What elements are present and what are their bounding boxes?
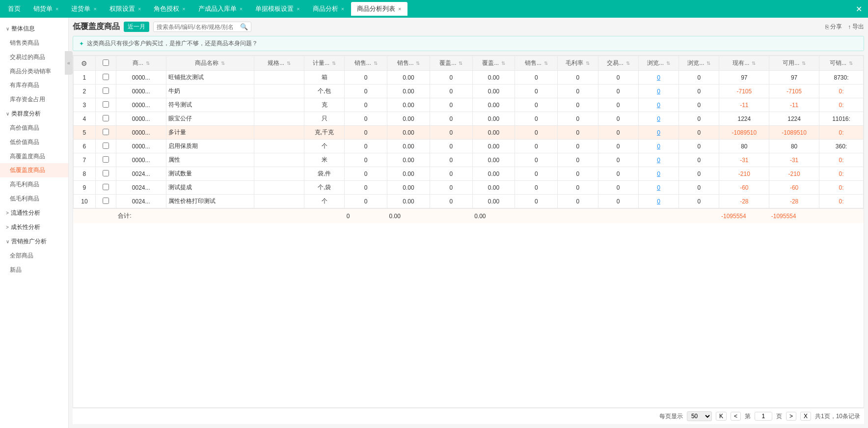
sort-icon-code[interactable]: ⇅ (144, 60, 150, 66)
data-table-container[interactable]: ⚙商... ⇅商品名称 ⇅规格... ⇅计量... ⇅销售... ⇅销售... … (73, 55, 864, 408)
col-header-browse1[interactable]: 浏览... ⇅ (638, 56, 678, 71)
col-header-cover1[interactable]: 覆盖... ⇅ (430, 56, 472, 71)
nav-tab-单据模板设置[interactable]: 单据模板设置 × (249, 2, 305, 16)
tab-close-icon[interactable]: × (341, 6, 344, 12)
tab-close-icon[interactable]: × (55, 6, 58, 12)
sidebar-section-整体信息[interactable]: ∨整体信息 (0, 22, 68, 36)
col-header-sales_qty[interactable]: 销售... ⇅ (345, 56, 387, 71)
sort-icon-avail[interactable]: ⇅ (800, 60, 806, 66)
sort-icon-sales_qty[interactable]: ⇅ (372, 60, 378, 66)
search-icon[interactable]: 🔍 (240, 23, 248, 30)
sort-icon-sales_amt[interactable]: ⇅ (415, 60, 420, 66)
col-header-spec[interactable]: 规格... ⇅ (254, 56, 304, 71)
sidebar-section-成长性分析[interactable]: >成长性分析 (0, 220, 68, 234)
tab-close-icon[interactable]: × (93, 6, 96, 12)
sort-icon-saleable[interactable]: ⇅ (847, 60, 853, 66)
page-size-select[interactable]: 50 20 100 (687, 411, 712, 421)
row-checkbox[interactable] (103, 129, 109, 135)
tab-close-icon[interactable]: × (240, 6, 243, 12)
cell-check[interactable] (95, 71, 116, 85)
row-checkbox[interactable] (103, 184, 109, 190)
tab-close-icon[interactable]: × (182, 6, 185, 12)
sort-icon-current[interactable]: ⇅ (750, 60, 756, 66)
col-header-settings[interactable]: ⚙ (74, 56, 96, 71)
sidebar-section-流通性分析[interactable]: >流通性分析 (0, 206, 68, 220)
col-header-saleable[interactable]: 可销... ⇅ (819, 56, 864, 71)
nav-tab-销货单[interactable]: 销货单 × (27, 2, 64, 16)
sort-icon-name[interactable]: ⇅ (219, 60, 225, 66)
sort-icon-cover2[interactable]: ⇅ (500, 60, 505, 66)
tab-close-icon[interactable]: × (297, 6, 299, 12)
col-header-browse2[interactable]: 浏览... ⇅ (679, 56, 719, 71)
nav-tab-进货单[interactable]: 进货单 × (65, 2, 102, 16)
share-button[interactable]: ⎘ 分享 (825, 23, 842, 31)
first-page-button[interactable]: K (716, 412, 727, 421)
cell-check[interactable] (95, 126, 116, 140)
sidebar-item-低毛利商品[interactable]: 低毛利商品 (0, 192, 68, 206)
sort-icon-unit[interactable]: ⇅ (330, 60, 336, 66)
nav-tab-首页[interactable]: 首页 (2, 2, 27, 16)
row-checkbox[interactable] (103, 74, 109, 80)
page-number-input[interactable] (755, 412, 772, 421)
cell-check[interactable] (95, 98, 116, 112)
sidebar-item-低价值商品[interactable]: 低价值商品 (0, 135, 68, 149)
sort-icon-gross[interactable]: ⇅ (584, 60, 590, 66)
cell-check[interactable] (95, 181, 116, 195)
sidebar-item-低覆盖度商品[interactable]: 低覆盖度商品 (0, 163, 68, 177)
sidebar-item-商品分类动销率[interactable]: 商品分类动销率 (0, 64, 68, 79)
nav-tab-权限设置[interactable]: 权限设置 × (104, 2, 147, 16)
row-checkbox[interactable] (103, 143, 109, 149)
col-header-check[interactable] (95, 56, 116, 71)
sort-icon-browse1[interactable]: ⇅ (665, 60, 670, 66)
sidebar-item-销售类商品[interactable]: 销售类商品 (0, 36, 68, 50)
select-all-checkbox[interactable] (103, 59, 109, 66)
col-header-cover2[interactable]: 覆盖... ⇅ (472, 56, 515, 71)
col-header-code[interactable]: 商... ⇅ (116, 56, 166, 71)
cell-check[interactable] (95, 167, 116, 181)
sort-icon-cover1[interactable]: ⇅ (457, 60, 462, 66)
cell-check[interactable] (95, 112, 116, 126)
sort-icon-sales3[interactable]: ⇅ (542, 60, 548, 66)
sort-icon-trans[interactable]: ⇅ (624, 60, 630, 66)
row-checkbox[interactable] (103, 101, 109, 108)
search-input[interactable] (157, 24, 240, 30)
row-checkbox[interactable] (103, 115, 109, 121)
sort-icon-spec[interactable]: ⇅ (285, 60, 291, 66)
col-header-sales3[interactable]: 销售... ⇅ (515, 56, 558, 71)
cell-check[interactable] (95, 153, 116, 167)
sidebar-item-高毛利商品[interactable]: 高毛利商品 (0, 177, 68, 192)
nav-tab-商品分析列表[interactable]: 商品分析列表 × (351, 2, 407, 16)
sidebar-section-营销推广分析[interactable]: ∨营销推广分析 (0, 234, 68, 249)
col-header-name[interactable]: 商品名称 ⇅ (166, 56, 254, 71)
period-button[interactable]: 近一月 (124, 22, 149, 32)
nav-tab-产成品入库单[interactable]: 产成品入库单 × (192, 2, 248, 16)
sidebar-item-库存资金占用[interactable]: 库存资金占用 (0, 92, 68, 107)
prev-page-button[interactable]: < (731, 412, 741, 421)
col-header-current[interactable]: 现有... ⇅ (719, 56, 769, 71)
col-header-gross[interactable]: 毛利率 ⇅ (558, 56, 598, 71)
cell-check[interactable] (95, 85, 116, 98)
sidebar-item-新品[interactable]: 新品 (0, 263, 68, 277)
last-page-button[interactable]: X (800, 412, 811, 421)
sidebar-item-交易过的商品[interactable]: 交易过的商品 (0, 50, 68, 64)
col-header-avail[interactable]: 可用... ⇅ (769, 56, 819, 71)
sidebar-item-有库存商品[interactable]: 有库存商品 (0, 78, 68, 92)
row-checkbox[interactable] (103, 170, 109, 176)
settings-icon[interactable]: ⚙ (81, 59, 87, 67)
row-checkbox[interactable] (103, 198, 109, 204)
nav-tab-角色授权[interactable]: 角色授权 × (148, 2, 191, 16)
sort-icon-browse2[interactable]: ⇅ (705, 60, 710, 66)
sidebar-item-全部商品[interactable]: 全部商品 (0, 249, 68, 263)
nav-tab-商品分析[interactable]: 商品分析 × (307, 2, 350, 16)
window-close-button[interactable]: ✕ (852, 4, 866, 14)
col-header-trans[interactable]: 交易... ⇅ (598, 56, 638, 71)
col-header-unit[interactable]: 计量... ⇅ (304, 56, 344, 71)
sidebar-item-高价值商品[interactable]: 高价值商品 (0, 121, 68, 135)
row-checkbox[interactable] (103, 156, 109, 163)
col-header-sales_amt[interactable]: 销售... ⇅ (387, 56, 430, 71)
tab-close-icon[interactable]: × (398, 6, 401, 12)
tab-close-icon[interactable]: × (138, 6, 141, 12)
cell-check[interactable] (95, 140, 116, 153)
sidebar-collapse-button[interactable]: « (65, 51, 73, 75)
sidebar-item-高覆盖度商品[interactable]: 高覆盖度商品 (0, 149, 68, 164)
